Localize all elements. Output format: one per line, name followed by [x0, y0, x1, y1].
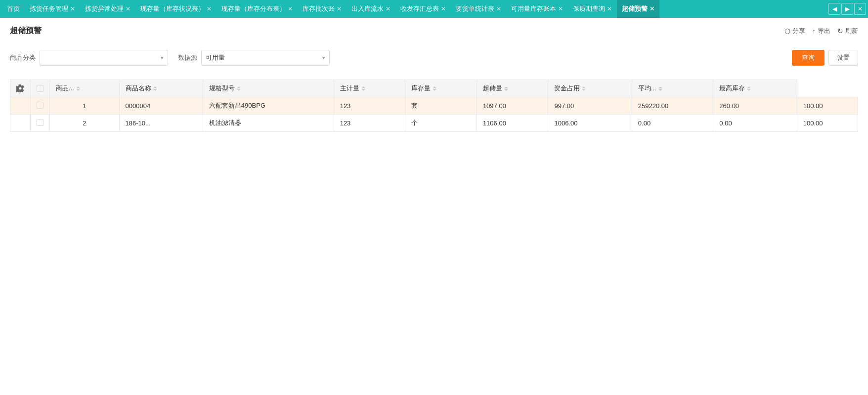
datasource-arrow-icon: ▾: [322, 55, 325, 61]
header-actions: ⬡ 分享 ↑ 导出 ↻ 刷新: [784, 27, 858, 36]
row-overstock-qty: 1006.00: [548, 115, 632, 132]
th-overstock-qty: 超储量: [477, 80, 548, 97]
sort-icon-max-stock[interactable]: [747, 86, 751, 91]
row-capital: 259220.00: [632, 97, 713, 115]
nav-close-all-button[interactable]: ✕: [854, 3, 866, 15]
share-button[interactable]: ⬡ 分享: [784, 27, 805, 36]
nav-next-button[interactable]: ▶: [841, 3, 853, 15]
sort-icon-unit[interactable]: [361, 86, 365, 91]
row-unit: 套: [405, 97, 477, 115]
row-max-stock: 100.00: [797, 115, 858, 132]
row-checkbox-cell: [31, 115, 50, 132]
data-table: 商品... 商品名称: [10, 79, 858, 132]
sort-icon-product-name[interactable]: [153, 86, 157, 91]
settings-button[interactable]: 设置: [828, 50, 858, 66]
category-arrow-icon: ▾: [161, 55, 164, 61]
nav-item-recv-summary[interactable]: 收发存汇总表 ✕: [395, 0, 451, 18]
th-avg: 平均...: [632, 80, 713, 97]
row-avg: 260.00: [713, 97, 797, 115]
gear-icon[interactable]: [16, 84, 24, 92]
nav-close-stock-status[interactable]: ✕: [207, 5, 212, 12]
export-button[interactable]: ↑ 导出: [812, 27, 830, 36]
row-index: 2: [50, 115, 120, 132]
nav-close-quality-check[interactable]: ✕: [607, 5, 612, 12]
nav-item-task-mgmt[interactable]: 拣货任务管理 ✕: [25, 0, 80, 18]
row-checkbox-0[interactable]: [37, 102, 43, 109]
th-spec: 规格型号: [203, 80, 334, 97]
row-product-code: 0000004: [119, 97, 203, 115]
sort-icon-avg[interactable]: [658, 86, 662, 91]
datasource-label: 数据源: [178, 53, 197, 62]
nav-close-order-stats[interactable]: ✕: [496, 5, 501, 12]
filter-group-datasource: 数据源 可用量 ▾: [178, 50, 330, 66]
nav-close-abnormal[interactable]: ✕: [126, 5, 130, 12]
row-gear-cell: [10, 115, 31, 132]
nav-item-quality-check[interactable]: 保质期查询 ✕: [568, 0, 617, 18]
nav-item-stock-status[interactable]: 现存量（库存状况表） ✕: [135, 0, 217, 18]
nav-close-stock-batch[interactable]: ✕: [337, 5, 342, 12]
row-stock-qty: 1097.00: [477, 97, 548, 115]
row-max-stock: 100.00: [797, 97, 858, 115]
nav-close-task-mgmt[interactable]: ✕: [70, 5, 75, 12]
nav-item-home[interactable]: 首页: [2, 0, 25, 18]
th-stock-qty: 库存量: [405, 80, 477, 97]
row-product-name: 六配套新昌490BPG: [203, 97, 334, 115]
th-unit: 主计量: [334, 80, 405, 97]
nav-item-overstock-warning[interactable]: 超储预警 ✕: [617, 0, 659, 18]
nav-close-recv-summary[interactable]: ✕: [441, 5, 446, 12]
page-header: 超储预警 ⬡ 分享 ↑ 导出 ↻ 刷新: [10, 26, 858, 36]
sort-icon-product-code[interactable]: [76, 86, 80, 91]
row-checkbox-1[interactable]: [37, 119, 43, 126]
nav-item-stock-batch[interactable]: 库存批次账 ✕: [298, 0, 347, 18]
row-product-name: 机油滤清器: [203, 115, 334, 132]
row-spec: 123: [334, 97, 405, 115]
table-header-row: 商品... 商品名称: [10, 80, 858, 97]
row-checkbox-cell: [31, 97, 50, 115]
sort-icon-overstock-qty[interactable]: [504, 86, 508, 91]
header-checkbox[interactable]: [37, 85, 43, 92]
nav-close-avail-account[interactable]: ✕: [558, 5, 563, 12]
filter-row: 商品分类 ▾ 数据源 可用量 ▾ 查询 设置: [10, 44, 858, 72]
filter-group-category: 商品分类 ▾: [10, 50, 168, 66]
export-icon: ↑: [812, 27, 816, 35]
table-row: 2 186-10... 机油滤清器 123 个 1106.00 1006.00 …: [10, 115, 858, 132]
nav-close-overstock-warning[interactable]: ✕: [650, 5, 654, 12]
sort-icon-stock-qty[interactable]: [433, 86, 436, 91]
row-unit: 个: [405, 115, 477, 132]
nav-item-order-stats[interactable]: 要货单统计表 ✕: [451, 0, 506, 18]
row-index: 1: [50, 97, 120, 115]
row-product-code: 186-10...: [119, 115, 203, 132]
page-title: 超储预警: [10, 26, 42, 36]
page-content: 超储预警 ⬡ 分享 ↑ 导出 ↻ 刷新 商品分类 ▾ 数据源: [0, 18, 868, 140]
nav-prev-button[interactable]: ◀: [828, 3, 840, 15]
category-select[interactable]: ▾: [40, 50, 168, 66]
row-overstock-qty: 997.00: [548, 97, 632, 115]
sort-icon-capital[interactable]: [582, 86, 586, 91]
th-max-stock: 最高库存: [713, 80, 797, 97]
nav-item-abnormal[interactable]: 拣货异常处理 ✕: [80, 0, 135, 18]
nav-item-stock-dist[interactable]: 现存量（库存分布表） ✕: [217, 0, 298, 18]
row-gear-cell: [10, 97, 31, 115]
share-icon: ⬡: [784, 27, 790, 35]
nav-arrows: ◀ ▶ ✕: [828, 3, 866, 15]
row-avg: 0.00: [713, 115, 797, 132]
datasource-value: 可用量: [206, 53, 225, 62]
th-capital: 资金占用: [548, 80, 632, 97]
th-checkbox: [31, 80, 50, 97]
query-button[interactable]: 查询: [792, 50, 825, 66]
nav-close-inout-flow[interactable]: ✕: [386, 5, 391, 12]
category-label: 商品分类: [10, 53, 36, 62]
nav-item-avail-account[interactable]: 可用量库存账本 ✕: [506, 0, 568, 18]
nav-close-stock-dist[interactable]: ✕: [288, 5, 293, 12]
refresh-button[interactable]: ↻ 刷新: [837, 27, 858, 36]
th-product-name: 商品名称: [119, 80, 203, 97]
row-stock-qty: 1106.00: [477, 115, 548, 132]
th-product-code: 商品...: [50, 80, 120, 97]
table-row: 1 0000004 六配套新昌490BPG 123 套 1097.00 997.…: [10, 97, 858, 115]
th-settings: [10, 80, 31, 97]
filter-actions: 查询 设置: [792, 50, 858, 66]
datasource-select[interactable]: 可用量 ▾: [201, 50, 330, 66]
sort-icon-spec[interactable]: [237, 86, 241, 91]
nav-item-inout-flow[interactable]: 出入库流水 ✕: [347, 0, 395, 18]
refresh-icon: ↻: [837, 27, 843, 35]
